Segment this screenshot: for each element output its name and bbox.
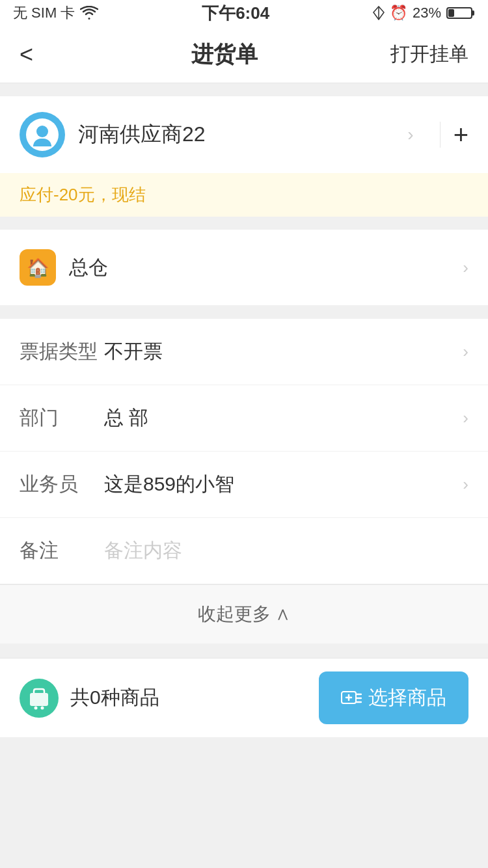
- select-icon: [341, 689, 362, 707]
- warehouse-row[interactable]: 🏠 总仓 ›: [0, 230, 488, 306]
- back-button[interactable]: <: [20, 41, 59, 68]
- status-bar: 无 SIM 卡 下午6:04 ⏰ 23%: [0, 0, 488, 26]
- open-pending-button[interactable]: 打开挂单: [390, 41, 468, 68]
- invoice-type-label: 票据类型: [20, 338, 104, 365]
- svg-rect-3: [448, 9, 454, 17]
- invoice-type-chevron-icon: ›: [463, 342, 468, 362]
- warehouse-chevron-icon: ›: [463, 258, 468, 278]
- warehouse-icon: 🏠: [27, 257, 49, 278]
- page-title: 进货单: [191, 40, 258, 70]
- form-section: 票据类型 不开票 › 部门 总 部 › 业务员 这是859的小智 › 备注 备注…: [0, 319, 488, 644]
- vertical-divider: [440, 122, 441, 148]
- status-time: 下午6:04: [202, 2, 269, 25]
- department-row[interactable]: 部门 总 部 ›: [0, 385, 488, 452]
- collapse-label: 收起更多 ∧: [198, 602, 291, 627]
- salesperson-row[interactable]: 业务员 这是859的小智 ›: [0, 452, 488, 518]
- cart-icon: [27, 686, 51, 710]
- alarm-icon: ⏰: [390, 5, 407, 21]
- notice-bar: 应付-20元，现结: [0, 173, 488, 217]
- status-left: 无 SIM 卡: [13, 3, 98, 23]
- section-divider-4: [0, 644, 488, 657]
- supplier-avatar: [20, 112, 65, 157]
- supplier-row[interactable]: 河南供应商22 › +: [0, 96, 488, 173]
- salesperson-label: 业务员: [20, 471, 104, 498]
- status-right: ⏰ 23%: [373, 5, 475, 21]
- battery-icon: [446, 6, 475, 20]
- warehouse-icon-wrap: 🏠: [20, 249, 56, 286]
- remark-row[interactable]: 备注 备注内容: [0, 518, 488, 584]
- add-supplier-button[interactable]: +: [454, 120, 468, 150]
- invoice-type-row[interactable]: 票据类型 不开票 ›: [0, 319, 488, 385]
- department-chevron-icon: ›: [463, 408, 468, 428]
- sim-label: 无 SIM 卡: [13, 3, 75, 23]
- nav-bar: < 进货单 打开挂单: [0, 26, 488, 83]
- svg-point-5: [34, 706, 38, 709]
- remark-label: 备注: [20, 537, 104, 564]
- wifi-icon: [80, 6, 98, 20]
- location-icon: [373, 6, 385, 20]
- collapse-button[interactable]: 收起更多 ∧: [0, 584, 488, 644]
- svg-rect-2: [472, 10, 474, 16]
- invoice-type-value: 不开票: [104, 338, 463, 365]
- section-divider-2: [0, 217, 488, 230]
- salesperson-value: 这是859的小智: [104, 471, 463, 498]
- notice-text: 应付-20元，现结: [20, 185, 146, 204]
- select-product-button[interactable]: 选择商品: [319, 671, 468, 724]
- supplier-name: 河南供应商22: [78, 120, 407, 149]
- battery-text: 23%: [413, 5, 441, 21]
- supplier-chevron-icon: ›: [407, 124, 413, 145]
- product-icon-wrap: [20, 679, 59, 718]
- svg-rect-4: [30, 693, 48, 706]
- product-count: 共0种商品: [70, 685, 319, 711]
- department-label: 部门: [20, 405, 104, 431]
- warehouse-name: 总仓: [69, 254, 463, 281]
- section-divider-1: [0, 83, 488, 96]
- person-icon: [33, 126, 51, 144]
- salesperson-chevron-icon: ›: [463, 474, 468, 495]
- avatar-inner: [26, 118, 59, 151]
- select-product-label: 选择商品: [368, 685, 446, 711]
- supplier-section: 河南供应商22 › + 应付-20元，现结: [0, 96, 488, 217]
- svg-point-6: [41, 706, 44, 709]
- section-divider-3: [0, 306, 488, 319]
- bottom-bar: 共0种商品 选择商品: [0, 658, 488, 737]
- remark-placeholder[interactable]: 备注内容: [104, 537, 468, 564]
- department-value: 总 部: [104, 405, 463, 431]
